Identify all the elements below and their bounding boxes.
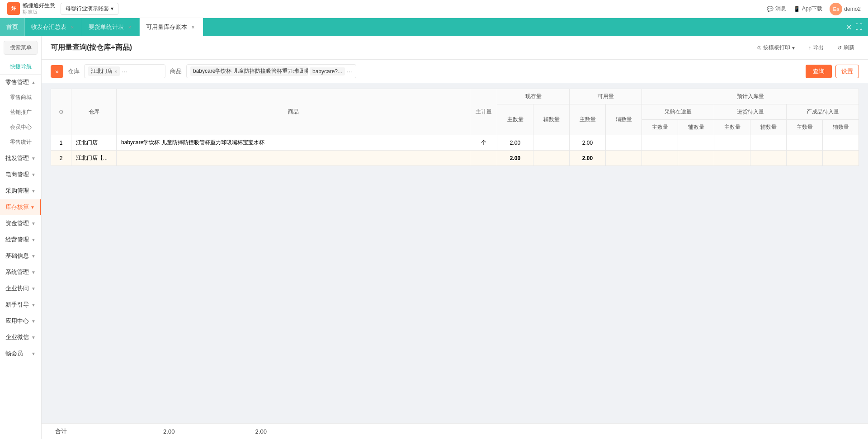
top-bar-right: 💬 消息 📱 App下载 Ea demo2 xyxy=(767,3,861,15)
sidebar-item-members[interactable]: 会员中心 xyxy=(0,120,41,135)
product-more-btn[interactable]: ··· xyxy=(347,68,352,75)
sidebar-group-wholesale-title[interactable]: 批发管理 ▼ xyxy=(0,151,41,166)
user-menu[interactable]: Ea demo2 xyxy=(830,3,861,15)
td-prod-aux-1 xyxy=(823,135,859,151)
phone-icon: 📱 xyxy=(793,6,800,12)
warehouse-more-btn[interactable]: ··· xyxy=(122,68,127,75)
chevron-down-icon-9: ▼ xyxy=(31,286,36,291)
td-product-1: babycare学饮杯 儿童防摔防撞吸管杯重力球吸嘴杯宝宝水杯 xyxy=(117,135,470,151)
td-pend-main-2 xyxy=(714,151,750,166)
settings-btn[interactable]: 设置 xyxy=(835,65,859,78)
sidebar-group-finance-title[interactable]: 资金管理 ▼ xyxy=(0,216,41,231)
export-btn[interactable]: ↑ 导出 xyxy=(804,42,828,54)
chevron-down-icon-4: ▼ xyxy=(30,205,35,210)
refresh-btn[interactable]: ↺ 刷新 xyxy=(833,42,859,54)
chevron-down-icon: ▾ xyxy=(111,5,113,12)
settings-gear-icon[interactable]: ⚙ xyxy=(56,107,66,118)
filter-toggle-btn[interactable]: » xyxy=(51,65,63,78)
refresh-label: 刷新 xyxy=(844,44,854,52)
sidebar-group-collab-title[interactable]: 企业协同 ▼ xyxy=(0,281,41,296)
td-pend-main-1 xyxy=(714,135,750,151)
sidebar-group-appcenter-title[interactable]: 应用中心 ▼ xyxy=(0,313,41,329)
sidebar-group-member-title[interactable]: 畅会员 ▼ xyxy=(0,346,41,361)
warehouse-tag-value: 江北门店 xyxy=(91,67,113,75)
sidebar-group-system-label: 系统管理 xyxy=(5,268,29,276)
chevron-down-icon-13: ▼ xyxy=(31,351,36,356)
footer-row: 合计 2.00 2.00 xyxy=(51,427,859,435)
tab-available-stock-close[interactable]: × xyxy=(190,24,196,30)
table-container: ⚙ 仓库 商品 主计量 现存量 可用量 预计入库量 主数量 辅数量 主数量 辅数… xyxy=(42,83,868,423)
top-bar-left: 好 畅捷通好生意 标准版 母婴行业演示账套 ▾ xyxy=(7,2,118,15)
th-current-main-qty: 主数量 xyxy=(497,104,533,135)
chevron-down-icon-12: ▼ xyxy=(31,335,36,340)
sidebar-group-basic-title[interactable]: 基础信息 ▼ xyxy=(0,248,41,264)
chevron-down-icon-8: ▼ xyxy=(31,270,36,275)
warehouse-tag-close[interactable]: × xyxy=(114,69,117,74)
tab-available-stock[interactable]: 可用量库存账本 × xyxy=(140,18,203,36)
tenant-selector[interactable]: 母婴行业演示账套 ▾ xyxy=(61,3,118,15)
sidebar-group-wechat-label: 企业微信 xyxy=(5,333,29,341)
sidebar-group-wechat-title[interactable]: 企业微信 ▼ xyxy=(0,330,41,345)
tab-home[interactable]: 首页 xyxy=(0,18,25,36)
tab-receive-send[interactable]: 收发存汇总表 × xyxy=(25,18,82,36)
th-pending-main: 主数量 xyxy=(714,120,750,135)
app-download-btn[interactable]: 📱 App下载 xyxy=(793,5,822,13)
sidebar-group-ecommerce: 电商管理 ▼ xyxy=(0,167,41,182)
td-available-main-2: 2.00 xyxy=(570,151,606,166)
product-filter[interactable]: babycare学饮杯 儿童防摔防撞吸管杯重力球吸嘴杯宝宝水杯 × babyca… xyxy=(186,64,356,78)
warehouse-filter[interactable]: 江北门店 × ··· xyxy=(84,64,165,78)
td-available-aux-1 xyxy=(606,135,642,151)
th-available-main-qty: 主数量 xyxy=(570,104,606,135)
message-btn[interactable]: 💬 消息 xyxy=(767,5,786,13)
sidebar-group-purchase: 采购管理 ▼ xyxy=(0,183,41,198)
tab-order-stats[interactable]: 要货单统计表 × xyxy=(82,18,140,36)
th-warehouse: 仓库 xyxy=(71,89,117,135)
sidebar-group-newuser-title[interactable]: 新手引导 ▼ xyxy=(0,297,41,312)
expand-icon[interactable]: ⛶ xyxy=(855,23,863,31)
td-available-main-1: 2.00 xyxy=(570,135,606,151)
close-window-icon[interactable]: ✕ xyxy=(846,23,852,32)
tab-order-stats-close[interactable]: × xyxy=(127,24,133,30)
th-pending-receipt: 进货待入量 xyxy=(714,104,787,120)
query-btn[interactable]: 查询 xyxy=(806,65,832,78)
content-area: 可用量查询(按仓库+商品) 🖨 按模板打印 ▾ ↑ 导出 ↺ 刷新 » xyxy=(42,36,868,439)
sidebar-item-retail-mall[interactable]: 零售商城 xyxy=(0,90,41,105)
sidebar-group-retail-title[interactable]: 零售管理 ▲ xyxy=(0,75,41,90)
sidebar-group-purchase-title[interactable]: 采购管理 ▼ xyxy=(0,183,41,198)
chevron-down-icon-2: ▼ xyxy=(31,172,36,177)
sidebar-group-wechat: 企业微信 ▼ xyxy=(0,330,41,345)
sidebar-item-retail-stats[interactable]: 零售统计 xyxy=(0,135,41,150)
sidebar-group-inventory-title[interactable]: 库存核算 ▼ xyxy=(0,199,41,215)
tab-bar-right: ✕ ⛶ xyxy=(840,18,868,36)
product-tag-1: babycare学饮杯 儿童防摔防撞吸管杯重力球吸嘴杯宝宝水杯 × xyxy=(190,66,308,76)
print-label: 按模板打印 xyxy=(763,44,790,52)
sidebar-group-system-title[interactable]: 系统管理 ▼ xyxy=(0,264,41,280)
tab-receive-send-close[interactable]: × xyxy=(69,24,75,30)
td-unit-2 xyxy=(470,151,497,166)
sidebar-search-area: 搜索菜单 xyxy=(0,36,41,59)
print-btn[interactable]: 🖨 按模板打印 ▾ xyxy=(751,42,799,54)
sidebar-group-operations-title[interactable]: 经营管理 ▼ xyxy=(0,232,41,247)
chevron-up-icon: ▲ xyxy=(31,80,36,85)
th-settings-icon[interactable]: ⚙ xyxy=(51,89,71,135)
th-planned-in: 预计入库量 xyxy=(642,89,859,104)
td-prod-main-1 xyxy=(787,135,823,151)
td-pur-aux-1 xyxy=(678,135,714,151)
sidebar-group-inventory-label: 库存核算 xyxy=(5,203,29,211)
chevron-down-icon-10: ▼ xyxy=(31,302,36,307)
td-index-2: 2 xyxy=(51,151,71,166)
td-pend-aux-1 xyxy=(750,135,787,151)
sidebar-group-basic-label: 基础信息 xyxy=(5,252,29,260)
table-footer: 合计 2.00 2.00 xyxy=(42,423,868,439)
sidebar-group-ecommerce-title[interactable]: 电商管理 ▼ xyxy=(0,167,41,182)
sidebar-item-marketing[interactable]: 营销推广 xyxy=(0,105,41,120)
table-row: 2 江北门店【... 2.00 2.00 xyxy=(51,151,859,166)
sidebar-group-operations: 经营管理 ▼ xyxy=(0,232,41,247)
quick-nav-btn[interactable]: 快捷导航 xyxy=(0,59,41,75)
th-current-stock: 现存量 xyxy=(497,89,570,104)
th-current-aux-qty: 辅数量 xyxy=(533,104,570,135)
sidebar-group-ecommerce-label: 电商管理 xyxy=(5,170,29,179)
sidebar: 搜索菜单 快捷导航 零售管理 ▲ 零售商城 营销推广 会员中心 零售统计 批发管… xyxy=(0,36,42,439)
search-menu-btn[interactable]: 搜索菜单 xyxy=(4,41,38,55)
warehouse-tag: 江北门店 × xyxy=(88,66,120,76)
